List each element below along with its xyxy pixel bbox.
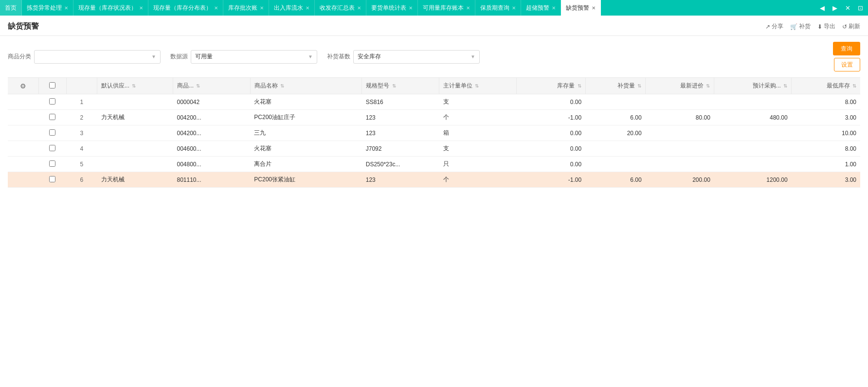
close-tab-demand[interactable]: ✕ [409, 5, 413, 11]
row-check-2[interactable] [39, 125, 66, 141]
spec-sort-icon: ⇅ [392, 83, 396, 88]
row-checkbox-3[interactable] [49, 145, 55, 151]
query-button[interactable]: 查询 [833, 42, 860, 55]
row-unit-1: 个 [439, 110, 517, 125]
category-select[interactable]: ▼ [34, 50, 161, 64]
row-min-stock-4: 1.00 [792, 157, 860, 172]
tab-demand[interactable]: 要货单统计表 ✕ [366, 0, 418, 16]
row-code-3: 004600... [173, 141, 250, 157]
row-code-5: 801110... [173, 172, 250, 188]
close-tab-batch[interactable]: ✕ [260, 5, 264, 11]
row-num-5: 6 [66, 172, 97, 188]
select-all-checkbox[interactable] [49, 82, 55, 88]
row-supplier-2 [97, 125, 173, 141]
col-header-stock[interactable]: 库存量 ⇅ [517, 78, 585, 94]
row-unit-5: 个 [439, 172, 517, 188]
row-check-5[interactable] [39, 172, 66, 188]
settings-button[interactable]: 设置 [834, 58, 860, 71]
table-row: 4 004600... 火花塞 J7092 支 0.00 8.00 [8, 141, 860, 157]
tab-home[interactable]: 首页 [0, 0, 22, 16]
row-estimated-0 [714, 94, 792, 110]
tab-available[interactable]: 可用量库存账本 ✕ [418, 0, 475, 16]
table-row: 2 力天机械 004200... PC200油缸庄子 123 个 -1.00 6… [8, 110, 860, 125]
close-tab-inout[interactable]: ✕ [306, 5, 309, 11]
col-header-unit[interactable]: 主计量单位 ⇅ [439, 78, 517, 94]
tab-shortage[interactable]: 缺货预警 ✕ [561, 0, 601, 16]
row-supplier-3 [97, 141, 173, 157]
tab-inout[interactable]: 出入库流水 ✕ [269, 0, 315, 16]
tab-batch[interactable]: 库存批次账 ✕ [223, 0, 269, 16]
close-tab-stock-dist[interactable]: ✕ [214, 5, 218, 11]
table-row: 3 004200... 三九 123 箱 0.00 20.00 10.00 [8, 125, 860, 141]
close-tab-expiry[interactable]: ✕ [512, 5, 516, 11]
tab-exception[interactable]: 拣货异常处理 ✕ [22, 0, 73, 16]
col-header-check[interactable] [39, 78, 66, 94]
row-checkbox-5[interactable] [49, 176, 55, 182]
share-icon: ↗ [765, 23, 770, 30]
row-spec-1: 123 [362, 110, 439, 125]
tab-next-button[interactable]: ▶ [829, 2, 841, 14]
refresh-icon: ↺ [842, 23, 847, 30]
col-header-spec[interactable]: 规格型号 ⇅ [362, 78, 439, 94]
row-name-2: 三九 [250, 125, 362, 141]
close-tab-shortage[interactable]: ✕ [592, 5, 596, 11]
tab-close-all-button[interactable]: ✕ [842, 2, 853, 14]
col-header-code[interactable]: 商品... ⇅ [173, 78, 250, 94]
col-header-supplier[interactable]: 默认供应... ⇅ [97, 78, 173, 94]
row-gear-5 [8, 172, 39, 188]
tab-prev-button[interactable]: ◀ [816, 2, 828, 14]
row-check-1[interactable] [39, 110, 66, 125]
base-select-value: 安全库存 [358, 53, 381, 61]
row-gear-3 [8, 141, 39, 157]
col-header-supplement[interactable]: 补货量 ⇅ [585, 78, 646, 94]
row-check-0[interactable] [39, 94, 66, 110]
row-gear-2 [8, 125, 39, 141]
col-header-gear[interactable]: ⚙ [8, 78, 39, 94]
row-estimated-4 [714, 157, 792, 172]
stock-sort-icon: ⇅ [578, 83, 581, 88]
gear-icon[interactable]: ⚙ [20, 82, 26, 90]
refresh-button[interactable]: ↺ 刷新 [842, 22, 860, 31]
min-stock-sort-icon: ⇅ [852, 83, 856, 88]
col-header-min-stock[interactable]: 最低库存 ⇅ [792, 78, 860, 94]
tab-stock-status[interactable]: 现存量（库存状况表） ✕ [73, 0, 148, 16]
row-check-4[interactable] [39, 157, 66, 172]
row-name-0: 火花塞 [250, 94, 362, 110]
export-button[interactable]: ⬇ 导出 [817, 22, 835, 31]
col-header-latest-price[interactable]: 最新进价 ⇅ [646, 78, 714, 94]
row-check-3[interactable] [39, 141, 66, 157]
close-tab-available[interactable]: ✕ [466, 5, 470, 11]
row-checkbox-4[interactable] [49, 160, 55, 167]
close-tab-stock-status[interactable]: ✕ [139, 5, 143, 11]
supplement-button[interactable]: 🛒 补货 [790, 22, 811, 31]
row-checkbox-1[interactable] [49, 114, 55, 120]
row-supplement-1: 6.00 [585, 110, 646, 125]
row-latest-price-4 [646, 157, 714, 172]
datasource-select-value: 可用量 [195, 53, 213, 61]
base-select[interactable]: 安全库存 ▼ [353, 50, 480, 64]
base-label: 补货基数 [327, 53, 350, 61]
datasource-select[interactable]: 可用量 ▼ [191, 50, 317, 64]
code-sort-icon: ⇅ [196, 83, 200, 88]
row-stock-1: -1.00 [517, 110, 585, 125]
row-checkbox-0[interactable] [49, 98, 55, 105]
tab-expand-button[interactable]: ⊡ [854, 2, 866, 14]
table-row: 6 力天机械 801110... PC200张紧油缸 123 个 -1.00 6… [8, 172, 860, 188]
row-min-stock-1: 3.00 [792, 110, 860, 125]
row-checkbox-2[interactable] [49, 129, 55, 136]
col-header-estimated[interactable]: 预计采购... ⇅ [714, 78, 792, 94]
row-supplement-2: 20.00 [585, 125, 646, 141]
col-header-name[interactable]: 商品名称 ⇅ [250, 78, 362, 94]
close-tab-collect[interactable]: ✕ [357, 5, 361, 11]
share-button[interactable]: ↗ 分享 [765, 22, 783, 31]
tab-expiry[interactable]: 保质期查询 ✕ [475, 0, 521, 16]
tab-collect[interactable]: 收发存汇总表 ✕ [315, 0, 366, 16]
row-gear-4 [8, 157, 39, 172]
tab-stock-dist[interactable]: 现存量（库存分布表） ✕ [148, 0, 223, 16]
header-actions: ↗ 分享 🛒 补货 ⬇ 导出 ↺ 刷新 [765, 22, 860, 31]
close-tab-overstock[interactable]: ✕ [552, 5, 556, 11]
close-tab-exception[interactable]: ✕ [64, 5, 68, 11]
tab-overstock[interactable]: 超储预警 ✕ [521, 0, 561, 16]
row-unit-4: 只 [439, 157, 517, 172]
row-gear-0 [8, 94, 39, 110]
